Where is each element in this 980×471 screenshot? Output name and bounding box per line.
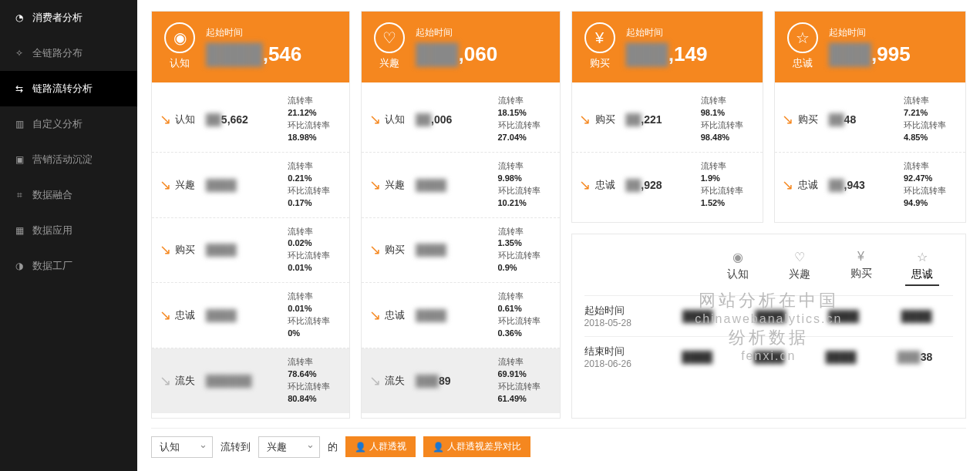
person-icon: 👤 xyxy=(433,442,444,452)
tab-loyalty[interactable]: ☆思诚 xyxy=(905,250,939,286)
arrow-icon: ↘ xyxy=(580,177,591,193)
grid-icon: ▥ xyxy=(14,119,25,130)
flow-rate: 92.47% xyxy=(904,173,958,185)
row-date: 2018-06-26 xyxy=(584,358,646,369)
sidebar-item-label: 数据工厂 xyxy=(32,259,72,273)
heart-icon: ♡ xyxy=(374,22,405,53)
card-title: 忠诚 xyxy=(793,56,813,70)
card-number: ███,995 xyxy=(829,42,953,66)
card-header: ◉ 认知 起始时间 ████,546 xyxy=(152,12,349,82)
card-body: ↘认知██5,662流转率21.12%环比流转率18.98% ↘兴趣████流转… xyxy=(152,82,349,418)
card-loyalty: ☆ 忠诚 起始时间 ███,995 ↘购买██48流转率7.21%环比流转率4.… xyxy=(774,11,966,223)
flow-rate-cmp: 0.17% xyxy=(288,197,342,210)
select-from[interactable]: 认知 xyxy=(151,436,213,458)
tab-awareness[interactable]: ◉认知 xyxy=(721,250,755,286)
sidebar-item-consumer[interactable]: ◔消费者分析 xyxy=(0,0,137,35)
row-value: ██████ xyxy=(206,375,283,387)
card-row: ↘兴趣████流转率9.98%环比流转率10.21% xyxy=(362,153,559,218)
row-label: 流失 xyxy=(175,374,201,388)
pie-icon: ◔ xyxy=(14,12,25,23)
summary-tabs: ◉认知 ♡兴趣 ¥购买 ☆思诚 xyxy=(584,244,954,295)
arrow-icon: ↘ xyxy=(783,111,793,128)
star-icon: ☆ xyxy=(917,250,928,264)
sidebar-item-label: 数据融合 xyxy=(32,188,72,202)
row-label: 起始时间 xyxy=(584,304,662,318)
row-label: 购买 xyxy=(595,113,621,126)
card-row: ↘忠诚████流转率0.61%环比流转率0.36% xyxy=(362,283,559,348)
start-time-label: 起始时间 xyxy=(206,26,337,39)
flow-rate-cmp: 61.49% xyxy=(498,393,552,405)
sidebar-item-factory[interactable]: ◑数据工厂 xyxy=(0,248,137,284)
flow-rate-cmp: 80.84% xyxy=(288,393,342,405)
eye-icon: ◉ xyxy=(164,22,195,53)
row-value: ██,928 xyxy=(626,179,696,191)
crowd-insight-button[interactable]: 👤人群透视 xyxy=(345,436,416,457)
row-value: ████ xyxy=(206,309,283,321)
sidebar-item-chain[interactable]: ✧全链路分布 xyxy=(0,35,137,71)
sidebar-item-label: 链路流转分析 xyxy=(32,82,93,96)
sidebar-item-label: 消费者分析 xyxy=(32,11,83,25)
arrow-icon: ↘ xyxy=(160,177,170,193)
row-label: 兴趣 xyxy=(175,178,201,192)
row-label: 购买 xyxy=(798,113,824,126)
arrow-icon: ↘ xyxy=(369,111,380,128)
sidebar-item-custom[interactable]: ▥自定义分析 xyxy=(0,106,137,142)
row-date: 2018-05-28 xyxy=(584,318,646,328)
arrow-icon: ↘ xyxy=(369,372,380,389)
sidebar-item-app[interactable]: ▦数据应用 xyxy=(0,213,137,248)
sidebar-item-label: 全链路分布 xyxy=(32,46,83,60)
card-header: ¥ 购买 起始时间 ███,149 xyxy=(572,12,763,82)
card-interest: ♡ 兴趣 起始时间 ███,060 ↘认知██,006流转率18.15%环比流转… xyxy=(361,11,560,419)
sparkle-icon: ✧ xyxy=(14,48,25,59)
card-row: ↘认知██5,662流转率21.12%环比流转率18.98% xyxy=(152,87,349,153)
sidebar-item-label: 自定义分析 xyxy=(32,117,83,131)
star-icon: ☆ xyxy=(787,22,818,53)
arrow-icon: ↘ xyxy=(160,111,170,128)
flow-rate-cmp: 0.36% xyxy=(498,328,552,340)
row-value: ██48 xyxy=(829,113,899,126)
row-value: ███89 xyxy=(416,375,493,387)
sidebar-item-marketing[interactable]: ▣营销活动沉淀 xyxy=(0,142,137,177)
arrow-icon: ↘ xyxy=(369,241,380,258)
sidebar-item-fusion[interactable]: ⌗数据融合 xyxy=(0,177,137,213)
card-body: ↘购买██48流转率7.21%环比流转率4.85% ↘忠诚██,943流转率92… xyxy=(775,82,965,222)
row-label: 结束时间 xyxy=(584,345,662,358)
flow-rate: 1.9% xyxy=(701,173,755,185)
flow-rate: 9.98% xyxy=(498,173,552,185)
flow-rate: 7.21% xyxy=(904,107,958,119)
flow-rate-cmp: 1.52% xyxy=(701,197,755,210)
row-value: ██,221 xyxy=(626,113,696,126)
start-time-label: 起始时间 xyxy=(626,26,750,39)
row-value: ████ xyxy=(416,309,493,321)
flow-rate-cmp: 27.04% xyxy=(498,132,552,144)
flow-rate: 69.91% xyxy=(498,368,552,381)
tab-purchase[interactable]: ¥购买 xyxy=(844,250,878,286)
flow-rate: 1.35% xyxy=(498,237,552,250)
sidebar-item-flow[interactable]: ⇆链路流转分析 xyxy=(0,71,137,106)
filter-bar: 认知 流转到 兴趣 的 👤人群透视 👤人群透视差异对比 xyxy=(151,428,966,466)
flow-rate-cmp: 0.01% xyxy=(288,262,342,274)
person-icon: 👤 xyxy=(355,442,366,452)
card-row: ↘购买██48流转率7.21%环比流转率4.85% xyxy=(775,87,965,153)
flow-rate: 21.12% xyxy=(288,107,342,119)
row-label: 忠诚 xyxy=(385,308,411,322)
card-number: ███,060 xyxy=(416,42,547,66)
crowd-diff-button[interactable]: 👤人群透视差异对比 xyxy=(423,436,530,457)
row-value: ██5,662 xyxy=(206,113,283,126)
app-icon: ▦ xyxy=(14,225,25,236)
cell-value: ███38 xyxy=(897,351,932,363)
card-row: ↘认知██,006流转率18.15%环比流转率27.04% xyxy=(362,87,559,153)
tab-interest[interactable]: ♡兴趣 xyxy=(783,250,817,286)
row-label: 忠诚 xyxy=(595,178,621,192)
card-title: 购买 xyxy=(590,56,610,70)
start-time-label: 起始时间 xyxy=(416,26,547,39)
factory-icon: ◑ xyxy=(14,261,25,271)
row-value: ████ xyxy=(416,179,493,191)
select-to[interactable]: 兴趣 xyxy=(258,436,320,458)
card-body: ↘购买██,221流转率98.1%环比流转率98.48% ↘忠诚██,928流转… xyxy=(572,82,763,222)
row-value: ██,943 xyxy=(829,179,899,191)
flow-rate-cmp: 0.9% xyxy=(498,262,552,274)
flow-rate: 0.61% xyxy=(498,303,552,315)
flow-rate-cmp: 94.9% xyxy=(904,197,958,210)
card-row: ↘购买████流转率0.02%环比流转率0.01% xyxy=(152,218,349,284)
